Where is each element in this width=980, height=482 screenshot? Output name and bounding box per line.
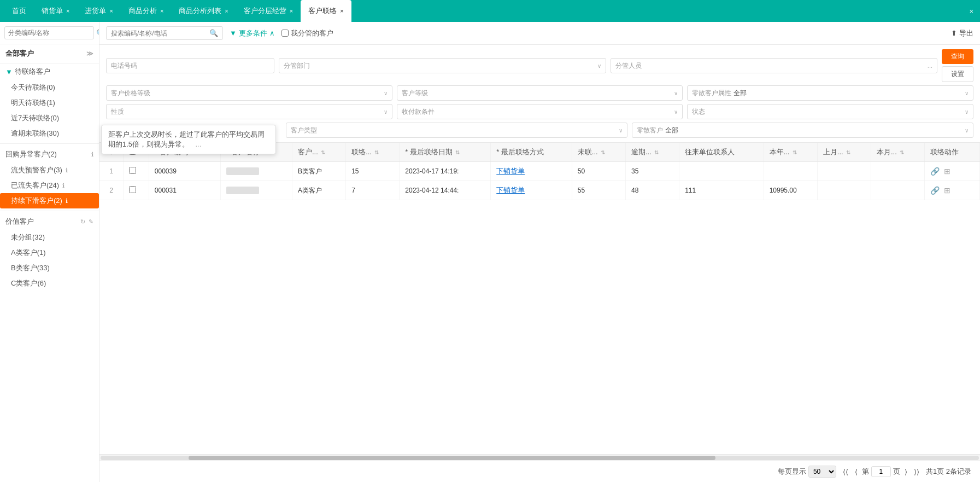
sort-icon[interactable]: ⇅ xyxy=(846,149,850,155)
first-page-button[interactable]: ⟨⟨ xyxy=(841,467,850,477)
contact-method-link[interactable]: 下销货单 xyxy=(496,186,525,194)
row-checkbox-cell[interactable] xyxy=(123,162,149,181)
info-icon-small[interactable]: ℹ xyxy=(66,167,68,173)
nav-tab-home[interactable]: 首页 xyxy=(4,0,34,22)
contact-column-header[interactable]: 联络... ⇅ xyxy=(346,143,400,162)
row-last-contact-method[interactable]: 下销货单 xyxy=(491,162,572,181)
scrollbar-track[interactable] xyxy=(101,456,979,460)
nav-tab-purchase[interactable]: 进货单 × xyxy=(77,0,120,22)
nav-tab-analysis[interactable]: 商品分析 × xyxy=(121,0,171,22)
nav-tab-customer-contact[interactable]: 客户联络 × xyxy=(301,0,351,22)
edit-icon[interactable]: ✎ xyxy=(89,218,93,225)
sort-icon[interactable]: ⇅ xyxy=(601,149,605,155)
sidebar-item-churned[interactable]: 已流失客户(24) ℹ xyxy=(0,178,99,193)
grid-action-icon[interactable]: ⊞ xyxy=(944,167,950,176)
close-all-button[interactable]: × xyxy=(969,6,973,16)
close-icon[interactable]: × xyxy=(340,8,343,14)
sidebar-item-overdue[interactable]: 逾期未联络(30) xyxy=(0,126,99,141)
retail-customer-field[interactable]: 零散客户 全部 ∨ xyxy=(632,123,973,138)
status-field[interactable]: 状态 ∨ xyxy=(687,104,973,119)
close-icon[interactable]: × xyxy=(225,8,228,14)
chevron-down-icon: ∨ xyxy=(965,109,969,115)
sidebar-item-churn-warning[interactable]: 流失预警客户(3) ℹ xyxy=(0,162,99,178)
search-input[interactable] xyxy=(111,30,209,37)
export-button[interactable]: ⬆ 导出 xyxy=(951,28,973,38)
price-grade-field[interactable]: 客户价格等级 ∨ xyxy=(106,85,392,101)
sidebar-item-7days[interactable]: 近7天待联络(0) xyxy=(0,111,99,126)
sidebar-item-tomorrow[interactable]: 明天待联络(1) xyxy=(0,95,99,111)
sort-icon[interactable]: ⇅ xyxy=(793,149,797,155)
sort-icon[interactable]: ⇅ xyxy=(374,149,379,155)
this-year-column-header[interactable]: 本年... ⇅ xyxy=(764,143,817,162)
search-icon[interactable]: 🔍 xyxy=(209,29,218,37)
more-icon[interactable]: ... xyxy=(928,62,932,69)
sidebar-all-customers[interactable]: 全部客户 ≫ xyxy=(0,44,99,63)
this-month-column-header[interactable]: 本月... ⇅ xyxy=(871,143,925,162)
settings-button[interactable]: 设置 xyxy=(942,66,973,82)
phone-field[interactable]: 电话号码 xyxy=(106,58,274,73)
info-icon-small3[interactable]: ℹ xyxy=(66,198,68,204)
next-page-button[interactable]: ⟩ xyxy=(902,467,909,477)
row-checkbox[interactable] xyxy=(129,167,136,174)
row-last-contact-method[interactable]: 下销货单 xyxy=(491,181,572,200)
gender-field[interactable]: 性质 ∨ xyxy=(106,104,392,119)
close-icon[interactable]: × xyxy=(66,8,69,14)
row-checkbox[interactable] xyxy=(129,186,136,193)
tooltip-more[interactable]: ... xyxy=(195,140,201,148)
row-last-month xyxy=(817,181,871,200)
payment-field[interactable]: 收付款条件 ∨ xyxy=(397,104,683,119)
last-page-button[interactable]: ⟩⟩ xyxy=(912,467,922,477)
scrollbar-thumb[interactable] xyxy=(189,456,715,460)
last-contact-date-column-header[interactable]: * 最后联络日期 ⇅ xyxy=(400,143,491,162)
nav-tab-sales[interactable]: 销货单 × xyxy=(34,0,77,22)
sidebar-item-c-class[interactable]: C类客户(6) xyxy=(0,276,99,291)
customer-grade-field[interactable]: 客户等级 ∨ xyxy=(397,85,683,101)
sort-icon[interactable]: ⇅ xyxy=(900,149,904,155)
close-icon[interactable]: × xyxy=(109,8,113,14)
prev-page-button[interactable]: ⟨ xyxy=(853,467,860,477)
link-action-icon[interactable]: 🔗 xyxy=(930,186,940,195)
sidebar-section-pending[interactable]: ▼ 待联络客户 xyxy=(0,63,99,80)
my-customers-checkbox[interactable]: 我分管的客户 xyxy=(281,28,333,38)
close-icon[interactable]: × xyxy=(290,8,293,14)
sidebar-item-a-class[interactable]: A类客户(1) xyxy=(0,245,99,260)
overdue-column-header[interactable]: 逾期... ⇅ xyxy=(625,143,679,162)
more-conditions-button[interactable]: ▼ 更多条件 ∧ xyxy=(230,28,275,38)
last-contact-method-column-header[interactable]: * 最后联络方式 xyxy=(491,143,572,162)
nav-tab-analysis-list[interactable]: 商品分析列表 × xyxy=(171,0,236,22)
per-page-select[interactable]: 50 10 20 100 xyxy=(808,466,836,478)
refresh-icon[interactable]: ↻ xyxy=(80,218,85,225)
sidebar-section-value[interactable]: 价值客户 ↻ ✎ xyxy=(0,213,99,230)
info-icon[interactable]: ℹ xyxy=(91,151,93,158)
query-button[interactable]: 查询 xyxy=(942,49,973,64)
dept-field[interactable]: 分管部门 ∨ xyxy=(279,58,606,73)
contact-person-column-header[interactable]: 往来单位联系人 xyxy=(679,143,764,162)
sidebar-section-abnormal[interactable]: 回购异常客户(2) ℹ xyxy=(0,146,99,162)
row-checkbox-cell[interactable] xyxy=(123,181,149,200)
info-icon-small2[interactable]: ℹ xyxy=(62,182,64,189)
sidebar-item-declining[interactable]: 持续下滑客户(2) ℹ xyxy=(0,193,99,208)
sort-icon[interactable]: ⇅ xyxy=(321,149,325,155)
no-contact-column-header[interactable]: 未联... ⇅ xyxy=(572,143,625,162)
customer-type-field[interactable]: 客户类型 ∨ xyxy=(286,123,627,138)
chevron-down-icon: ∨ xyxy=(384,109,388,115)
sort-icon[interactable]: ⇅ xyxy=(455,149,460,155)
contact-method-link[interactable]: 下销货单 xyxy=(496,167,525,175)
manager-field[interactable]: 分管人员 ... xyxy=(611,58,937,73)
my-customers-check[interactable] xyxy=(281,30,289,37)
grid-action-icon[interactable]: ⊞ xyxy=(944,186,950,195)
sidebar-item-today[interactable]: 今天待联络(0) xyxy=(0,80,99,95)
collapse-icon[interactable]: ≫ xyxy=(86,50,93,57)
sidebar-item-b-class[interactable]: B类客户(33) xyxy=(0,260,99,276)
close-icon[interactable]: × xyxy=(160,8,163,14)
last-month-column-header[interactable]: 上月... ⇅ xyxy=(817,143,871,162)
grade-column-header[interactable]: 客户... ⇅ xyxy=(292,143,345,162)
nav-tab-customer-mgmt[interactable]: 客户分层经营 × xyxy=(236,0,301,22)
retail-attr-field[interactable]: 零散客户属性 全部 ∨ xyxy=(687,85,973,101)
page-number-input[interactable] xyxy=(871,466,891,477)
link-action-icon[interactable]: 🔗 xyxy=(930,167,940,176)
sidebar-search-input[interactable] xyxy=(4,26,94,39)
horizontal-scrollbar[interactable] xyxy=(99,454,980,461)
sort-icon[interactable]: ⇅ xyxy=(654,149,659,155)
sidebar-item-ungroup[interactable]: 未分组(32) xyxy=(0,230,99,245)
